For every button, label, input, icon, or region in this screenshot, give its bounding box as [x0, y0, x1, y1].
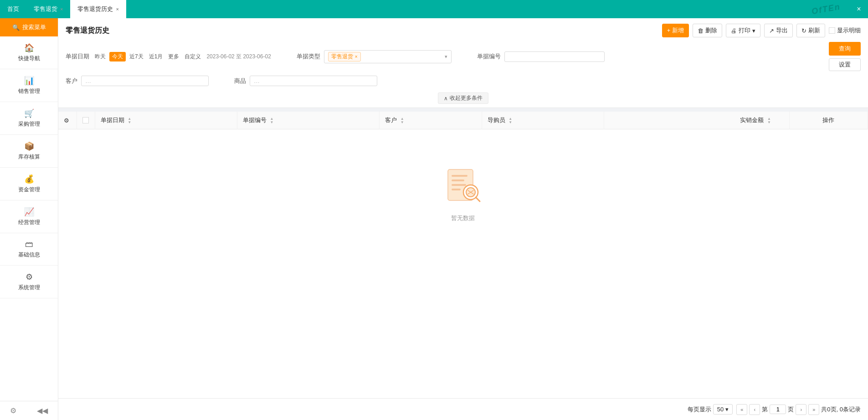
- next-page-button[interactable]: ›: [796, 404, 806, 415]
- total-label: 共0页, 0条记录: [821, 405, 861, 414]
- show-detail-checkbox[interactable]: [829, 27, 835, 34]
- sidebar-item-库存核算[interactable]: 📦库存核算: [0, 135, 58, 168]
- sidebar-item-资金管理[interactable]: 💰资金管理: [0, 168, 58, 200]
- table-area: ⚙ 单据日期 ▲▼ 单据编号 ▲▼ 客户: [58, 112, 868, 398]
- nav-icon: 📈: [24, 207, 34, 217]
- doc-number-label: 单据编号: [477, 52, 501, 61]
- window-close-button[interactable]: ×: [850, 0, 868, 18]
- th-date[interactable]: 单据日期 ▲▼: [95, 112, 237, 129]
- doc-type-label: 单据类型: [297, 52, 320, 61]
- sort-date-icon: ▲▼: [128, 117, 131, 124]
- tab-close-icon[interactable]: ×: [116, 6, 118, 12]
- empty-state: 暂无数据: [58, 129, 868, 259]
- customer-placeholder: …: [85, 77, 91, 84]
- svg-rect-1: [452, 175, 467, 177]
- sidebar-item-快捷导航[interactable]: 🏠快捷导航: [0, 36, 58, 69]
- sidebar-search-button[interactable]: 🔍 搜索菜单: [0, 18, 58, 36]
- nav-icon: 📊: [24, 76, 34, 86]
- date-shortcut-1month[interactable]: 近1月: [147, 52, 165, 61]
- page-size-selector: 每页显示 50 ▾: [688, 404, 733, 415]
- page-label-text: 第: [762, 405, 768, 414]
- export-button[interactable]: ↗ 导出: [764, 24, 793, 37]
- print-dropdown-arrow: ▾: [752, 27, 755, 34]
- main-layout: 🔍 搜索菜单 🏠快捷导航📊销售管理🛒采购管理📦库存核算💰资金管理📈经营管理🗃基础…: [0, 18, 868, 420]
- last-page-button[interactable]: »: [808, 404, 819, 415]
- sort-amount-icon: ▲▼: [767, 117, 771, 124]
- print-icon: 🖨: [731, 27, 737, 34]
- per-page-dropdown-arrow: ▾: [725, 406, 729, 413]
- sidebar-item-基础信息[interactable]: 🗃基础信息: [0, 233, 58, 266]
- tab-close-icon[interactable]: ×: [60, 6, 63, 12]
- date-range-display[interactable]: 2023-06-02 至 2023-06-02: [206, 53, 271, 61]
- doc-type-dropdown-arrow: ▾: [445, 54, 447, 60]
- data-table: ⚙ 单据日期 ▲▼ 单据编号 ▲▼ 客户: [58, 112, 868, 259]
- svg-rect-4: [452, 189, 461, 190]
- doc-number-input[interactable]: [504, 51, 605, 62]
- customer-select[interactable]: …: [81, 76, 209, 86]
- th-number[interactable]: 单据编号 ▲▼: [237, 112, 379, 129]
- nav-icon: 🗃: [25, 240, 33, 249]
- collapse-icon: ∧: [444, 95, 448, 102]
- audio-icon[interactable]: ◀◀: [37, 406, 48, 415]
- page-nav: « ‹ 第 页 › » 共0页, 0条记录: [736, 404, 861, 415]
- date-shortcut-today[interactable]: 今天: [109, 52, 126, 61]
- svg-line-7: [476, 197, 480, 201]
- nav-icon: 🏠: [24, 43, 34, 53]
- page-unit-label: 页: [788, 405, 794, 414]
- sort-customer-icon: ▲▼: [401, 117, 404, 124]
- per-page-select[interactable]: 50 ▾: [713, 404, 733, 415]
- page-title-row: 零售退货历史 + 新增 🗑 删除 🖨 打印 ▾ ↗ 导出: [66, 24, 861, 37]
- date-shortcut-yesterday[interactable]: 昨天: [93, 52, 108, 61]
- sidebar-item-销售管理[interactable]: 📊销售管理: [0, 69, 58, 102]
- th-guide[interactable]: 导购员 ▲▼: [482, 112, 604, 129]
- doc-type-select[interactable]: 零售退货 × ▾: [324, 50, 452, 63]
- goods-placeholder: …: [254, 77, 260, 84]
- th-customer[interactable]: 客户 ▲▼: [380, 112, 482, 129]
- refresh-icon: ↻: [801, 27, 806, 34]
- doc-type-tag-close[interactable]: ×: [355, 54, 358, 59]
- doc-type-tag: 零售退货 ×: [328, 52, 361, 61]
- add-button[interactable]: + 新增: [662, 24, 689, 37]
- collapse-button[interactable]: ∧ 收起更多条件: [438, 92, 488, 104]
- print-button[interactable]: 🖨 打印 ▾: [726, 24, 760, 37]
- sidebar-search-label: 搜索菜单: [22, 23, 46, 31]
- tab-首页[interactable]: 首页: [0, 0, 26, 18]
- tab-bar: 首页零售退货×零售退货历史×: [0, 0, 850, 18]
- table-header: ⚙ 单据日期 ▲▼ 单据编号 ▲▼ 客户: [58, 112, 868, 129]
- sort-guide-icon: ▲▼: [508, 117, 512, 124]
- th-action: 操作: [789, 112, 868, 129]
- tab-零售退货历史[interactable]: 零售退货历史×: [70, 0, 126, 18]
- nav-icon: 📦: [24, 141, 34, 151]
- show-detail-toggle[interactable]: 显示明细: [829, 26, 861, 35]
- tab-零售退货[interactable]: 零售退货×: [26, 0, 70, 18]
- toolbar: + 新增 🗑 删除 🖨 打印 ▾ ↗ 导出 ↻: [662, 24, 861, 37]
- query-button[interactable]: 查询: [829, 42, 861, 56]
- top-bar: 首页零售退货×零售退货历史× ×: [0, 0, 868, 18]
- refresh-button[interactable]: ↻ 刷新: [796, 24, 825, 37]
- th-amount[interactable]: 实销金额 ▲▼: [604, 112, 790, 129]
- goods-label: 商品: [234, 77, 246, 85]
- sidebar-item-采购管理[interactable]: 🛒采购管理: [0, 102, 58, 135]
- date-shortcut-more[interactable]: 更多: [166, 52, 181, 61]
- nav-icon: 💰: [24, 174, 34, 184]
- customer-label: 客户: [66, 77, 77, 85]
- th-settings[interactable]: ⚙: [58, 112, 77, 129]
- filter-row-1: 单据日期 昨天 今天 近7天 近1月 更多 自定义 2023-06-02 至 2…: [66, 42, 861, 71]
- prev-page-button[interactable]: ‹: [749, 404, 760, 415]
- current-page-input[interactable]: [770, 405, 786, 414]
- first-page-button[interactable]: «: [736, 404, 747, 415]
- th-checkbox[interactable]: [77, 112, 95, 129]
- goods-select[interactable]: …: [250, 76, 377, 86]
- delete-button[interactable]: 🗑 删除: [693, 24, 722, 37]
- filter-settings-button[interactable]: 设置: [829, 58, 861, 71]
- date-shortcut-7days[interactable]: 近7天: [128, 52, 145, 61]
- sidebar-item-系统管理[interactable]: ⚙系统管理: [0, 266, 58, 298]
- settings-icon[interactable]: ⚙: [10, 406, 16, 415]
- pagination-bar: 每页显示 50 ▾ « ‹ 第 页 › » 共0页, 0条记录: [58, 398, 868, 420]
- filter-area: 单据日期 昨天 今天 近7天 近1月 更多 自定义 2023-06-02 至 2…: [66, 42, 861, 108]
- customer-filter: 客户 …: [66, 76, 209, 86]
- sidebar-item-经营管理[interactable]: 📈经营管理: [0, 200, 58, 233]
- date-shortcut-custom[interactable]: 自定义: [183, 52, 203, 61]
- empty-state-row: 暂无数据: [58, 129, 868, 259]
- filter-row-2: 客户 … 商品 …: [66, 76, 861, 86]
